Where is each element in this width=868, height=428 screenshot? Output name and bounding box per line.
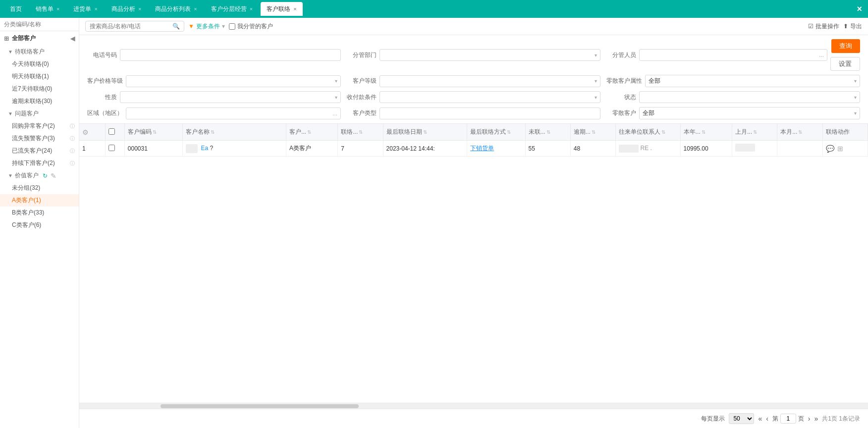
nav-tab-purchase[interactable]: 进货单 × bbox=[67, 2, 103, 16]
page-number-input[interactable] bbox=[780, 414, 796, 424]
phone-input[interactable] bbox=[120, 49, 341, 61]
col-month-prev-sort-icon: ⇅ bbox=[753, 129, 757, 135]
cell-checkbox[interactable] bbox=[105, 141, 124, 157]
sidebar-group-value[interactable]: ▼ 价值客户 ↻ ✎ bbox=[0, 169, 79, 182]
status-select[interactable]: ▾ bbox=[639, 91, 860, 103]
sidebar-item-today[interactable]: 今天待联络(0) bbox=[0, 58, 79, 70]
method-link[interactable]: 下销货单 bbox=[470, 145, 494, 152]
nav-tab-sales-close[interactable]: × bbox=[56, 6, 59, 12]
nav-tab-analysis-list-close[interactable]: × bbox=[194, 6, 197, 12]
sidebar-item-a-class[interactable]: A类客户(1) bbox=[0, 194, 79, 207]
col-header-date[interactable]: 最后联络日期 ⇅ bbox=[383, 124, 467, 141]
search-input[interactable] bbox=[90, 23, 170, 30]
col-header-settings[interactable]: ⚙ bbox=[79, 124, 105, 141]
col-header-action: 联络动作 bbox=[822, 124, 868, 141]
total-info: 共1页 1条记录 bbox=[822, 415, 860, 423]
my-customer-checkbox[interactable] bbox=[229, 23, 235, 30]
col-header-checkbox[interactable] bbox=[105, 124, 124, 141]
col-header-month-prev[interactable]: 上月... ⇅ bbox=[732, 124, 777, 141]
sidebar-item-overdue[interactable]: 逾期未联络(30) bbox=[0, 95, 79, 107]
filter-more-button[interactable]: ▼ 更多条件 ▾ bbox=[188, 22, 225, 31]
dept-select[interactable]: ▾ bbox=[380, 49, 600, 61]
sidebar-group-problem[interactable]: ▼ 问题客户 bbox=[0, 107, 79, 120]
manager-input[interactable]: ... bbox=[639, 49, 827, 61]
col-header-name[interactable]: 客户名称 ⇅ bbox=[183, 124, 286, 141]
sidebar-item-c-class[interactable]: C类客户(6) bbox=[0, 219, 79, 231]
sidebar-item-declining[interactable]: 持续下滑客户(2) ⓘ bbox=[0, 157, 79, 169]
query-button[interactable]: 查询 bbox=[831, 39, 860, 53]
nav-tab-customer-manage-close[interactable]: × bbox=[250, 6, 253, 12]
col-method-label: 最后联络方式 bbox=[470, 128, 506, 136]
last-page-button[interactable]: » bbox=[814, 415, 818, 423]
col-header-method[interactable]: 最后联络方式 ⇅ bbox=[467, 124, 525, 141]
nav-tab-analysis-close[interactable]: × bbox=[138, 6, 141, 12]
nav-tab-customer-contact-close[interactable]: × bbox=[293, 6, 296, 12]
sidebar-root[interactable]: ⊞ 全部客户 ◀ bbox=[0, 31, 79, 46]
nav-tab-customer-manage[interactable]: 客户分层经营 × bbox=[205, 2, 259, 16]
first-page-button[interactable]: « bbox=[758, 415, 762, 423]
sidebar-item-repurchase-abnormal[interactable]: 回购异常客户(2) ⓘ bbox=[0, 120, 79, 132]
sidebar-item-week[interactable]: 近7天待联络(0) bbox=[0, 83, 79, 95]
grade-select[interactable]: ▾ bbox=[380, 75, 600, 87]
col-header-liaison[interactable]: 往来单位联系人 ⇅ bbox=[616, 124, 680, 141]
filter-row-grade: 客户等级 ▾ bbox=[347, 75, 600, 87]
region-input[interactable]: ... bbox=[126, 107, 341, 119]
settings-button[interactable]: 设置 bbox=[830, 57, 860, 71]
sidebar-item-tomorrow[interactable]: 明天待联络(1) bbox=[0, 70, 79, 83]
value-group-edit-icon[interactable]: ✎ bbox=[51, 172, 56, 180]
col-header-type[interactable]: 客户... ⇅ bbox=[286, 124, 337, 141]
col-header-uncontact[interactable]: 未联... ⇅ bbox=[525, 124, 570, 141]
sparse-attr-select[interactable]: 全部▾ bbox=[645, 75, 860, 87]
sidebar-item-churn-warning[interactable]: 流失预警客户(3) ⓘ bbox=[0, 132, 79, 145]
nav-tab-purchase-close[interactable]: × bbox=[94, 6, 97, 12]
close-all-button[interactable]: × bbox=[857, 4, 862, 14]
my-customer-checkbox-label[interactable]: 我分管的客户 bbox=[229, 22, 273, 31]
prev-page-button[interactable]: ‹ bbox=[766, 415, 768, 423]
horizontal-scrollbar[interactable] bbox=[79, 403, 868, 409]
sidebar-collapse-button[interactable]: ◀ bbox=[70, 35, 75, 42]
action-chat-icon[interactable]: 💬 bbox=[826, 145, 834, 153]
customer-type-input[interactable] bbox=[380, 107, 600, 119]
nav-tab-analysis[interactable]: 商品分析 × bbox=[106, 2, 147, 16]
status-label: 状态 bbox=[606, 93, 636, 102]
row-checkbox[interactable] bbox=[108, 145, 115, 151]
my-customer-label: 我分管的客户 bbox=[237, 22, 273, 31]
next-page-button[interactable]: › bbox=[808, 415, 811, 423]
value-group-refresh-icon[interactable]: ↻ bbox=[43, 172, 48, 179]
select-all-checkbox[interactable] bbox=[108, 128, 115, 135]
nav-tab-customer-contact[interactable]: 客户联络 × bbox=[261, 2, 302, 16]
payment-select[interactable]: ▾ bbox=[380, 91, 600, 103]
sidebar-group-pending[interactable]: ▼ 待联络客户 bbox=[0, 46, 79, 58]
col-header-year[interactable]: 本年... ⇅ bbox=[680, 124, 732, 141]
toolbar-search-icon[interactable]: 🔍 bbox=[172, 23, 180, 30]
sidebar-search-input[interactable] bbox=[4, 21, 78, 28]
sidebar-item-churned[interactable]: 已流失客户(24) ⓘ bbox=[0, 145, 79, 157]
cell-method[interactable]: 下销货单 bbox=[467, 141, 525, 157]
customer-name[interactable]: Ea bbox=[201, 145, 209, 152]
col-header-overdue[interactable]: 逾期... ⇅ bbox=[570, 124, 615, 141]
col-header-code[interactable]: 客户编码 ⇅ bbox=[124, 124, 182, 141]
filter-row-customer-type: 客户类型 bbox=[347, 107, 600, 119]
batch-op-button[interactable]: ☑ 批量操作 bbox=[808, 22, 839, 31]
nav-tab-home[interactable]: 首页 bbox=[4, 2, 28, 16]
export-button[interactable]: ⬆ 导出 bbox=[843, 22, 862, 31]
col-contact-label: 联络... bbox=[341, 128, 358, 136]
sidebar-item-ungrouped[interactable]: 未分组(32) bbox=[0, 182, 79, 194]
nav-tab-sales[interactable]: 销售单 × bbox=[30, 2, 65, 16]
col-header-contact[interactable]: 联络... ⇅ bbox=[338, 124, 383, 141]
col-contact-sort-icon: ⇅ bbox=[359, 129, 363, 135]
page-size-select[interactable]: 50 100 200 bbox=[729, 413, 754, 424]
sparse-customer-select[interactable]: 全部▾ bbox=[639, 107, 860, 119]
col-liaison-sort-icon: ⇅ bbox=[661, 129, 665, 135]
col-code-label: 客户编码 bbox=[128, 128, 152, 136]
col-header-month-cur[interactable]: 本月... ⇅ bbox=[777, 124, 822, 141]
scrollbar-thumb[interactable] bbox=[161, 404, 359, 408]
nature-select[interactable]: ▾ bbox=[120, 91, 341, 103]
declining-label: 持续下滑客户(2) bbox=[12, 159, 55, 167]
price-grade-select[interactable]: ▾ bbox=[126, 75, 341, 87]
sidebar-item-b-class[interactable]: B类客户(33) bbox=[0, 207, 79, 219]
cell-month-cur bbox=[777, 141, 822, 157]
nav-tab-analysis-list[interactable]: 商品分析列表 × bbox=[149, 2, 203, 16]
action-qr-icon[interactable]: ⊞ bbox=[837, 145, 843, 153]
cell-year: 10995.00 bbox=[680, 141, 732, 157]
